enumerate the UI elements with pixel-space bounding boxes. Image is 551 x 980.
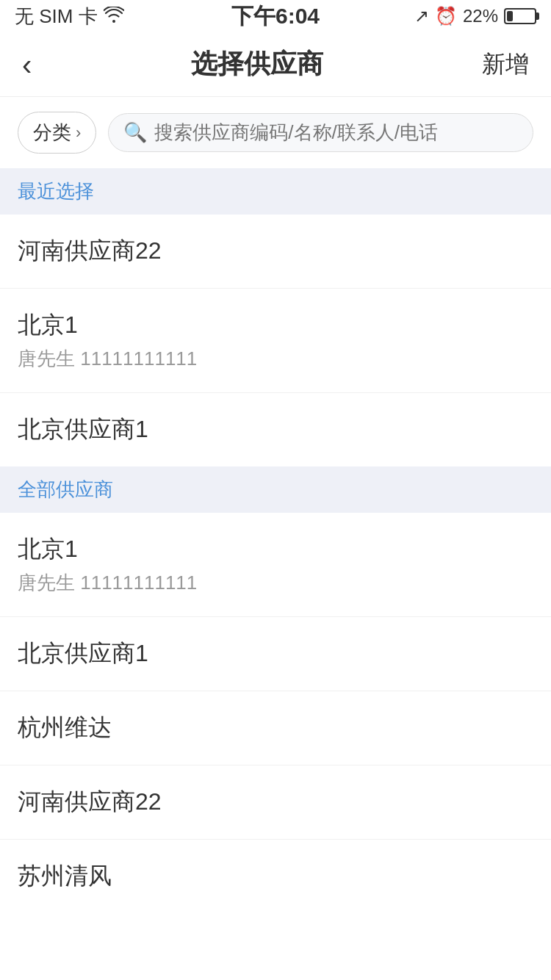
list-item[interactable]: 苏州清风 <box>0 840 551 913</box>
search-input[interactable] <box>154 121 518 144</box>
item-sub: 唐先生 11111111111 <box>18 570 533 596</box>
list-group-recent: 河南供应商22北京1唐先生 11111111111北京供应商1 <box>0 215 551 466</box>
filter-bar: 分类 › 🔍 <box>0 97 551 168</box>
section-header-all: 全部供应商 <box>0 466 551 513</box>
page-title: 选择供应商 <box>191 46 323 82</box>
status-left: 无 SIM 卡 <box>15 4 124 29</box>
item-name: 北京1 <box>18 533 533 566</box>
item-name: 苏州清风 <box>18 860 533 893</box>
item-name: 河南供应商22 <box>18 786 533 818</box>
item-name: 北京供应商1 <box>18 638 533 670</box>
item-name: 北京1 <box>18 309 533 342</box>
section-header-text-recent: 最近选择 <box>18 180 94 202</box>
category-filter[interactable]: 分类 › <box>18 112 96 154</box>
no-sim-text: 无 SIM 卡 <box>15 4 98 29</box>
add-button[interactable]: 新增 <box>482 48 529 81</box>
list-item[interactable]: 河南供应商22 <box>0 215 551 289</box>
battery-percent: 22% <box>463 6 498 26</box>
list-item[interactable]: 北京1唐先生 11111111111 <box>0 289 551 393</box>
list-item[interactable]: 北京1唐先生 11111111111 <box>0 513 551 617</box>
item-name: 北京供应商1 <box>18 414 533 446</box>
item-name: 杭州维达 <box>18 712 533 744</box>
list-group-all: 北京1唐先生 11111111111北京供应商1杭州维达河南供应商22苏州清风 <box>0 513 551 913</box>
nav-bar: ‹ 选择供应商 新增 <box>0 32 551 97</box>
chevron-right-icon: › <box>76 123 81 143</box>
item-name: 河南供应商22 <box>18 235 533 267</box>
list-item[interactable]: 杭州维达 <box>0 691 551 765</box>
status-right: ↗ ⏰ 22% <box>414 6 536 26</box>
list-item[interactable]: 北京供应商1 <box>0 617 551 691</box>
item-sub: 唐先生 11111111111 <box>18 346 533 372</box>
category-label: 分类 <box>33 120 71 145</box>
list-item[interactable]: 北京供应商1 <box>0 393 551 466</box>
section-header-recent: 最近选择 <box>0 168 551 215</box>
alarm-icon: ⏰ <box>435 6 457 26</box>
battery-icon <box>504 8 536 24</box>
content: 最近选择河南供应商22北京1唐先生 11111111111北京供应商1全部供应商… <box>0 168 551 913</box>
status-time: 下午6:04 <box>231 1 320 32</box>
back-button[interactable]: ‹ <box>22 50 32 79</box>
status-bar: 无 SIM 卡 下午6:04 ↗ ⏰ 22% <box>0 0 551 32</box>
wifi-icon <box>104 5 124 28</box>
list-item[interactable]: 河南供应商22 <box>0 765 551 840</box>
section-header-text-all: 全部供应商 <box>18 478 113 500</box>
search-box[interactable]: 🔍 <box>108 113 533 152</box>
search-icon: 🔍 <box>123 121 147 144</box>
location-icon: ↗ <box>414 6 429 26</box>
